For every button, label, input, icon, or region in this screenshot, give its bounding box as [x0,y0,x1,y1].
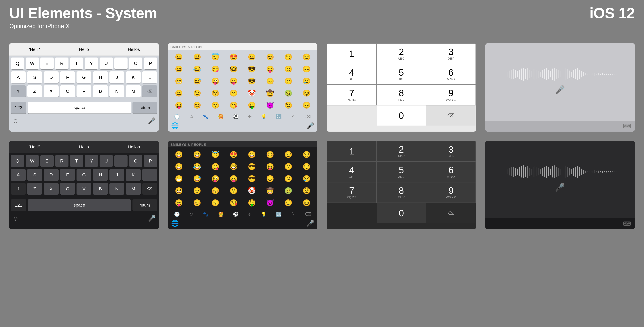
dark-emoji-17[interactable]: 😁 [170,173,188,184]
dark-key-V[interactable]: V [76,183,91,195]
dark-emoji-34[interactable]: 😊 [188,197,206,208]
emoji-16[interactable]: 😔 [298,64,315,74]
dark-dial-7[interactable]: 7 PQRS [327,182,376,202]
dark-cat-smileys[interactable]: ☺ [189,212,194,217]
dark-emoji-11[interactable]: 😋 [207,161,224,172]
emoji-18[interactable]: 😅 [188,76,206,86]
dark-emoji-26[interactable]: 😉 [188,185,206,196]
cat-delete[interactable]: ⌫ [305,114,311,119]
dial-1[interactable]: 1 [327,44,376,64]
cat-animals[interactable]: 🐾 [203,114,209,119]
dark-emoji-9[interactable]: 😄 [170,161,188,172]
dark-key-N[interactable]: N [110,183,124,195]
key-C[interactable]: C [60,85,75,97]
dark-dial-1[interactable]: 1 [327,141,376,162]
dark-emoji-1[interactable]: 😀 [170,149,188,160]
dark-cat-food[interactable]: 🍔 [218,212,224,217]
dark-key-Z[interactable]: Z [27,183,42,195]
dark-emoji-4[interactable]: 😍 [225,149,242,160]
delete-key-light[interactable]: ⌫ [142,85,157,97]
dark-key-T[interactable]: T [70,155,83,167]
dark-keyboard-icon[interactable]: ⌨ [623,220,631,227]
mic-icon-light[interactable]: 🎤 [148,117,156,124]
emoji-34[interactable]: 😊 [188,100,206,111]
keyboard-icon-light[interactable]: ⌨ [623,123,631,130]
emoji-icon-dark[interactable]: ☺ [12,215,19,222]
key-L[interactable]: L [142,72,157,83]
dark-emoji-35[interactable]: 😙 [207,197,224,208]
dark-cat-objects[interactable]: 💡 [261,212,267,217]
delete-key-dark[interactable]: ⌫ [142,183,157,195]
dark-predictive-0[interactable]: “Helli” [9,141,59,153]
emoji-9[interactable]: 😄 [170,64,188,74]
cat-activities[interactable]: ⚽ [233,114,239,119]
dark-key-O[interactable]: O [129,155,142,167]
dark-emoji-5[interactable]: 😀 [243,149,260,160]
key-H[interactable]: H [93,72,108,83]
key-M[interactable]: M [126,85,141,97]
key-F[interactable]: F [60,72,75,83]
cat-flags[interactable]: 🏳 [291,114,296,119]
emoji-12[interactable]: 🤓 [225,64,242,74]
dark-dial-0[interactable]: 0 [377,203,426,223]
dial-3[interactable]: 3 DEF [426,44,476,64]
dark-key-U[interactable]: U [100,155,113,167]
emoji-31[interactable]: 🤢 [280,88,297,99]
dark-emoji-3[interactable]: 😇 [207,149,224,160]
dark-emoji-28[interactable]: 😗 [225,185,242,196]
mic-icon-dark[interactable]: 🎤 [148,215,156,222]
key-J[interactable]: J [110,72,124,83]
key-B[interactable]: B [93,85,108,97]
dark-emoji-2[interactable]: 😃 [188,149,206,160]
key-P[interactable]: P [144,58,157,69]
dark-key-W[interactable]: W [26,155,39,167]
globe-icon-dark[interactable]: 🌐 [171,220,179,227]
emoji-2[interactable]: 😃 [188,51,206,62]
emoji-8[interactable]: 😒 [298,51,315,62]
emoji-25[interactable]: 😆 [170,88,188,99]
key-V[interactable]: V [76,85,91,97]
emoji-13[interactable]: 😎 [243,64,260,74]
key-E[interactable]: E [40,58,54,69]
dark-cat-activities[interactable]: ⚽ [233,212,239,217]
dark-dial-6[interactable]: 6 MNO [426,162,476,182]
emoji-32[interactable]: 😵 [298,88,315,99]
mic-icon-emoji-dark[interactable]: 🎤 [306,220,314,227]
dark-key-H[interactable]: H [93,169,108,181]
dial-9[interactable]: 9 WXYZ [426,85,476,105]
emoji-6[interactable]: 😊 [262,51,279,62]
dark-cat-delete[interactable]: ⌫ [305,212,311,217]
cat-objects[interactable]: 💡 [261,114,267,119]
dark-dial-5[interactable]: 5 JKL [377,162,426,182]
shift-key-dark[interactable]: ⇧ [11,183,26,195]
key-N[interactable]: N [110,85,124,97]
dark-emoji-25[interactable]: 😆 [170,185,188,196]
dark-dial-4[interactable]: 4 GHI [327,162,376,182]
key-Q[interactable]: Q [11,58,24,69]
key-I[interactable]: I [114,58,128,69]
dark-key-I[interactable]: I [114,155,128,167]
emoji-4[interactable]: 😍 [225,51,242,62]
dark-emoji-15[interactable]: 🙁 [280,161,297,172]
dark-key-P[interactable]: P [144,155,157,167]
emoji-17[interactable]: 😁 [170,76,188,86]
emoji-10[interactable]: 😂 [188,64,206,74]
key-S[interactable]: S [27,72,42,83]
key-T[interactable]: T [70,58,83,69]
globe-icon-light[interactable]: 🌐 [171,122,179,130]
dark-emoji-7[interactable]: 😏 [280,149,297,160]
dark-num-key[interactable]: 123 [11,199,26,211]
dark-emoji-38[interactable]: 😈 [262,197,279,208]
emoji-33[interactable]: 😝 [170,100,188,111]
cat-recent[interactable]: 🕐 [174,114,180,119]
dark-dial-2[interactable]: 2 ABC [377,141,426,162]
dial-6[interactable]: 6 MNO [426,64,476,84]
dark-emoji-32[interactable]: 😵 [298,185,315,196]
cat-smileys[interactable]: ☺ [189,114,194,119]
emoji-15[interactable]: 🙁 [280,64,297,74]
dark-emoji-6[interactable]: 😊 [262,149,279,160]
mic-icon-emoji-light[interactable]: 🎤 [306,122,314,130]
dial-7[interactable]: 7 PQRS [327,85,376,105]
dark-emoji-16[interactable]: 😔 [298,161,315,172]
shift-key-light[interactable]: ⇧ [11,85,26,97]
